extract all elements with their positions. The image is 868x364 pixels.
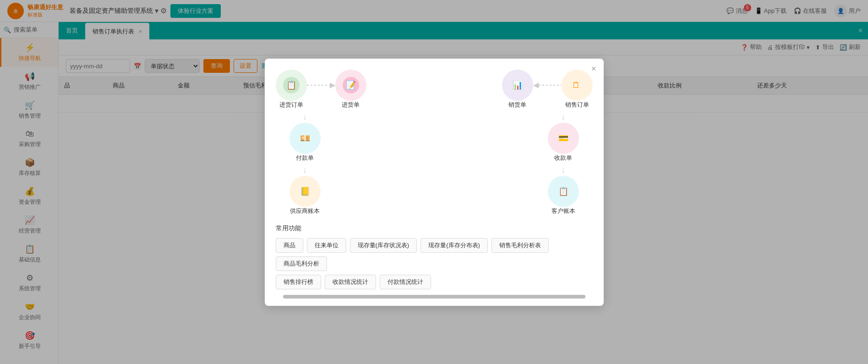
popup-close-button[interactable]: × — [591, 64, 596, 74]
svg-text:📊: 📊 — [513, 80, 523, 90]
receipt-circle: 💳 — [548, 123, 579, 154]
supplier-ledger-label: 供应商账本 — [290, 207, 320, 215]
func-btn-sales-rank[interactable]: 销售排行榜 — [276, 275, 321, 289]
supplier-ledger-circle: 📒 — [289, 176, 321, 207]
func-btn-stock-dist[interactable]: 现存量(库存分布表) — [420, 238, 488, 253]
flow-customer-ledger-col: ↓ 📋 客户账本 — [548, 166, 579, 215]
func-btn-product[interactable]: 商品 — [276, 238, 303, 253]
customer-ledger-circle: 📋 — [548, 176, 579, 207]
payment-label: 付款单 — [296, 154, 314, 162]
popup-scrollbar-thumb[interactable] — [283, 295, 585, 299]
flow-node-sales-bill: 📊 销货单 — [502, 70, 533, 109]
func-btn-payment-stats[interactable]: 付款情况统计 — [380, 275, 431, 289]
svg-text:🗒: 🗒 — [572, 81, 580, 90]
customer-ledger-label: 客户账本 — [551, 207, 575, 215]
popup-overlay[interactable]: × 📋 进货订单 ▶ 📝 — [0, 0, 868, 364]
purchase-bill-label: 进货单 — [342, 101, 360, 109]
sales-order-circle: 🗒 — [562, 70, 593, 101]
purchase-bill-circle: 📝 — [335, 70, 366, 101]
arrow-h2: ◀ — [533, 81, 562, 89]
svg-text:💴: 💴 — [300, 133, 311, 143]
purchase-order-label: 进货订单 — [279, 101, 303, 109]
sales-bill-circle: 📊 — [502, 70, 533, 101]
svg-text:💳: 💳 — [558, 133, 569, 143]
receipt-label: 收款单 — [554, 154, 572, 162]
svg-text:📋: 📋 — [558, 186, 569, 196]
flow-bottom-row: ↓ 📒 供应商账本 ↓ 📋 客户账本 — [276, 166, 593, 215]
flow-node-purchase-bill: 📝 进货单 — [335, 70, 366, 109]
purchase-order-circle: 📋 — [276, 70, 307, 101]
flow-right-group: 📊 销货单 ◀ 🗒 销售订单 — [502, 70, 593, 109]
common-funcs-title: 常用功能 — [276, 224, 593, 233]
flow-supplier-ledger-col: ↓ 📒 供应商账本 — [289, 166, 321, 215]
payment-circle: 💴 — [289, 123, 321, 154]
func-btn-product-profit[interactable]: 商品毛利分析 — [276, 256, 327, 271]
popup-scrollbar[interactable] — [283, 295, 585, 299]
func-btn-profit-analysis[interactable]: 销售毛利分析表 — [491, 238, 549, 253]
flow-purchase-payment-col: ↓ 💴 付款单 — [289, 113, 321, 162]
func-btn-receipt-stats[interactable]: 收款情况统计 — [325, 275, 376, 289]
func-buttons-row2: 销售排行榜 收款情况统计 付款情况统计 — [276, 275, 593, 289]
popup: × 📋 进货订单 ▶ 📝 — [265, 59, 604, 306]
func-btn-stock-status[interactable]: 现存量(库存状况表) — [350, 238, 417, 253]
common-funcs: 常用功能 商品 往来单位 现存量(库存状况表) 现存量(库存分布表) 销售毛利分… — [276, 224, 593, 289]
arrow-h1: ▶ — [307, 81, 335, 89]
func-buttons-row1: 商品 往来单位 现存量(库存状况表) 现存量(库存分布表) 销售毛利分析表 商品… — [276, 238, 593, 271]
flow-top-row: 📋 进货订单 ▶ 📝 进货单 — [276, 70, 593, 109]
flow-middle-row: ↓ 💴 付款单 ↓ 💳 收款单 — [276, 113, 593, 162]
svg-text:📋: 📋 — [286, 80, 297, 90]
svg-text:📒: 📒 — [300, 186, 311, 196]
flow-node-purchase-order: 📋 进货订单 — [276, 70, 307, 109]
flow-left-group: 📋 进货订单 ▶ 📝 进货单 — [276, 70, 366, 109]
svg-text:📝: 📝 — [346, 80, 356, 90]
popup-scrollbar-area[interactable] — [276, 295, 593, 301]
flow-node-sales-order: 🗒 销售订单 — [562, 70, 593, 109]
sales-bill-label: 销货单 — [508, 101, 526, 109]
func-btn-contacts[interactable]: 往来单位 — [307, 238, 346, 253]
flow-receipt-col: ↓ 💳 收款单 — [548, 113, 579, 162]
sales-order-label: 销售订单 — [565, 101, 589, 109]
